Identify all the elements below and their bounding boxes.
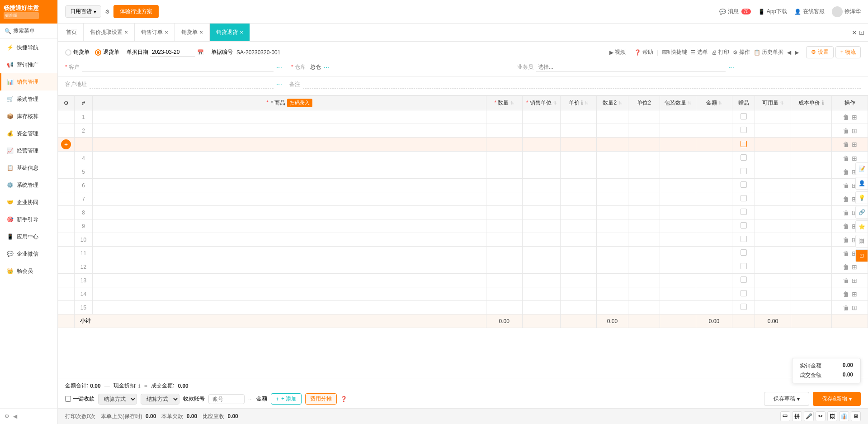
row-2-delete-icon[interactable]: 🗑 <box>843 127 849 134</box>
toolbar-history[interactable]: 📋 历史单据 <box>754 48 783 56</box>
row-3-price[interactable] <box>561 138 597 152</box>
delete-icon[interactable]: 🗑 <box>843 223 849 230</box>
sidebar-item-quick-nav[interactable]: ⚡ 快捷导航 <box>0 39 57 56</box>
col-settings-header[interactable]: ⚙ <box>58 96 75 110</box>
sidebar-item-inventory[interactable]: 📦 库存核算 <box>0 108 57 125</box>
footer-icon-7[interactable]: 🖥 <box>851 411 861 421</box>
sidebar-item-finance[interactable]: 💰 资金管理 <box>0 125 57 142</box>
add-payment-btn[interactable]: + + 添加 <box>271 393 302 405</box>
row-1-amount[interactable] <box>696 110 732 124</box>
row-2-unit2[interactable] <box>628 124 660 138</box>
row-2-qty[interactable] <box>486 124 522 138</box>
avail-sort-icon[interactable]: ⇅ <box>780 100 783 105</box>
customer-address-input[interactable] <box>90 80 274 89</box>
pack-sort-icon[interactable]: ⇅ <box>688 100 691 105</box>
row-1-unit2[interactable] <box>628 110 660 124</box>
add-row-btn[interactable]: + <box>61 139 71 149</box>
col-qty2-header[interactable]: 数量2 ⇅ <box>597 96 628 110</box>
right-edge-item-5[interactable]: ⭐ <box>855 220 868 233</box>
copy-icon[interactable]: ⊞ <box>852 263 857 271</box>
app-download-item[interactable]: 📱 App下载 <box>758 8 787 15</box>
save-new-btn[interactable]: 保存&新增 ▾ <box>813 392 861 406</box>
price-info-icon[interactable]: ℹ <box>581 100 583 106</box>
toolbar-operate[interactable]: ⚙ 操作 <box>733 48 750 56</box>
amount-sort-icon[interactable]: ⇅ <box>718 100 722 105</box>
row-1-gift-checkbox[interactable] <box>741 113 747 119</box>
row-3-amount[interactable] <box>696 138 732 152</box>
industry-select[interactable]: 日用百货 ▾ <box>65 5 101 18</box>
col-goods-header[interactable]: * * 商品 扫码录入 <box>93 96 486 110</box>
account-input[interactable] <box>208 394 245 404</box>
row-3-gift[interactable] <box>732 138 755 152</box>
radio-sale[interactable]: 销货单 <box>65 48 90 56</box>
qty2-sort-icon[interactable]: ⇅ <box>618 100 622 105</box>
footer-icon-3[interactable]: 🎤 <box>804 411 814 421</box>
unit-sort-icon[interactable]: ⇅ <box>553 100 557 105</box>
footer-icon-5[interactable]: 🖼 <box>827 411 837 421</box>
add-logistics-btn[interactable]: + 物流 <box>835 46 861 58</box>
delete-icon[interactable]: 🗑 <box>843 250 849 257</box>
customer-address-select-btn[interactable]: ··· <box>276 81 282 89</box>
sidebar-item-search-menu[interactable]: 🔍 搜索菜单 <box>0 24 57 39</box>
row-gift-checkbox[interactable] <box>741 263 747 269</box>
close-all-tabs-btn[interactable]: ✕ <box>852 29 857 36</box>
row-gift-checkbox[interactable] <box>741 181 747 188</box>
delete-icon[interactable]: 🗑 <box>843 168 849 176</box>
row-2-unit[interactable] <box>522 124 560 138</box>
row-1-delete-icon[interactable]: 🗑 <box>843 114 849 121</box>
sidebar-item-member[interactable]: 👑 畅会员 <box>0 262 57 280</box>
topbar-gear-icon[interactable]: ⚙ <box>105 9 110 15</box>
settings-bottom-icon[interactable]: ⚙ <box>5 413 9 419</box>
row-2-goods[interactable] <box>93 124 486 138</box>
expand-tabs-btn[interactable]: ⊡ <box>859 29 864 36</box>
right-edge-item-1[interactable]: 📝 <box>855 162 868 175</box>
toolbar-help[interactable]: ❓ 帮助 <box>634 48 653 56</box>
sidebar-item-sales-mgmt[interactable]: 📊 销售管理 <box>0 73 57 91</box>
message-item[interactable]: 💬 消息 70 <box>719 8 751 15</box>
row-2-copy-icon[interactable]: ⊞ <box>852 127 857 134</box>
delete-icon[interactable]: 🗑 <box>843 291 849 298</box>
radio-return[interactable]: 退货单 <box>95 48 119 56</box>
customer-input[interactable] <box>82 63 274 71</box>
one-click-pay-input[interactable] <box>65 396 71 402</box>
row-2-pack[interactable] <box>660 124 696 138</box>
delete-icon[interactable]: 🗑 <box>843 263 849 271</box>
row-3-goods[interactable] <box>93 138 486 152</box>
experience-btn[interactable]: 体验行业方案 <box>113 5 159 18</box>
expense-info-icon[interactable]: ❓ <box>340 396 347 402</box>
delete-icon[interactable]: 🗑 <box>843 304 849 311</box>
right-edge-item-4[interactable]: 🔗 <box>855 206 868 219</box>
delete-icon[interactable]: 🗑 <box>843 182 849 189</box>
col-pack-header[interactable]: 包装数量 ⇅ <box>660 96 696 110</box>
row-gift-checkbox[interactable] <box>741 154 747 161</box>
sidebar-item-app-center[interactable]: 📱 应用中心 <box>0 228 57 245</box>
row-3-goods-input[interactable] <box>95 141 483 148</box>
row-2-amount[interactable] <box>696 124 732 138</box>
row-gift-checkbox[interactable] <box>741 168 747 174</box>
row-gift-checkbox[interactable] <box>741 236 747 242</box>
toolbar-print[interactable]: 🖨 打印 <box>712 48 729 56</box>
user-profile[interactable]: 徐泽华 <box>832 6 861 17</box>
delete-icon[interactable]: 🗑 <box>843 209 849 216</box>
sidebar-item-ops[interactable]: 📈 经营管理 <box>0 142 57 159</box>
copy-icon[interactable]: ⊞ <box>852 291 857 298</box>
tab-sale-order-close[interactable]: ✕ <box>165 30 168 35</box>
row-1-unit[interactable] <box>522 110 560 124</box>
footer-icon-2[interactable]: 拼 <box>792 411 802 421</box>
online-service-item[interactable]: 👤 在线客服 <box>794 8 825 15</box>
row-3-qty[interactable] <box>486 138 522 152</box>
row-2-gift-checkbox[interactable] <box>741 127 747 133</box>
row-1-copy-icon[interactable]: ⊞ <box>852 114 857 121</box>
right-edge-item-7[interactable]: ⊡ <box>855 249 868 262</box>
right-edge-item-6[interactable]: 🖼 <box>855 235 868 248</box>
tab-sale-return[interactable]: 销货退货 ✕ <box>210 24 250 41</box>
toolbar-select[interactable]: ☰ 选单 <box>691 48 708 56</box>
customer-select-btn[interactable]: ··· <box>276 63 282 71</box>
row-3-gift-checkbox[interactable] <box>741 141 747 147</box>
salesperson-select-btn[interactable]: ··· <box>728 63 734 71</box>
tab-sale-return-close[interactable]: ✕ <box>240 30 243 35</box>
row-1-qty2[interactable] <box>597 110 628 124</box>
tab-sale-delivery[interactable]: 销货单 ✕ <box>175 24 210 41</box>
col-unit2-header[interactable]: 单位2 <box>628 96 660 110</box>
sidebar-item-enterprise-wechat[interactable]: 💬 企业微信 <box>0 245 57 262</box>
